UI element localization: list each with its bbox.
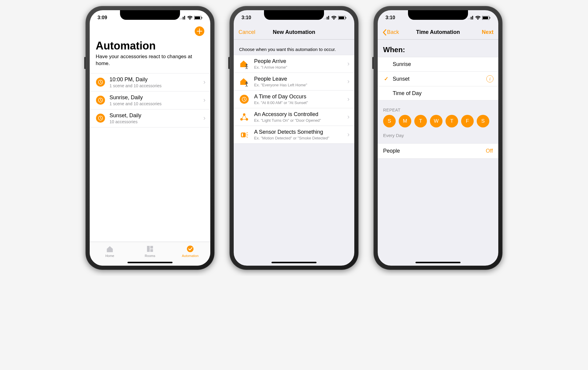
day-wed[interactable]: W — [430, 115, 442, 127]
day-mon[interactable]: M — [399, 115, 411, 127]
wifi-icon — [331, 16, 337, 20]
nav-bar: Cancel New Automation — [234, 25, 354, 40]
option-sunrise[interactable]: Sunrise — [378, 57, 498, 71]
chevron-right-icon: › — [347, 113, 350, 121]
nav-cancel-label: Cancel — [238, 29, 255, 35]
svg-rect-14 — [324, 18, 325, 19]
next-button[interactable]: Next — [472, 29, 494, 35]
svg-rect-12 — [150, 249, 153, 252]
clock-icon — [96, 114, 105, 123]
automation-title: 10:00 PM, Daily — [110, 76, 199, 83]
trigger-sub: Ex. "I Arrive Home" — [254, 65, 343, 70]
day-fri[interactable]: F — [461, 115, 474, 127]
trigger-sub: Ex. "At 8:00 AM" or "At Sunset" — [254, 100, 343, 105]
trigger-sub: Ex. "Light Turns On" or "Door Opened" — [254, 118, 343, 123]
phone-automation-list: 3:09 Automation Have your accessories re… — [86, 6, 214, 270]
clock-icon — [96, 78, 105, 87]
chevron-right-icon: › — [203, 114, 206, 122]
phone-time-automation: 3:10 Back Time Automation Next When: Sun… — [374, 6, 502, 270]
rooms-icon — [146, 245, 154, 253]
automation-row[interactable]: Sunrise, Daily 1 scene and 10 accessorie… — [90, 91, 210, 109]
repeat-summary: Every Day — [378, 132, 498, 143]
repeat-label: REPEAT — [378, 100, 498, 115]
tab-home[interactable]: Home — [90, 242, 130, 260]
status-icons — [324, 16, 346, 20]
trigger-title: People Leave — [254, 76, 343, 82]
tab-rooms[interactable]: Rooms — [130, 242, 170, 260]
svg-rect-2 — [183, 17, 184, 19]
house-leave-icon — [239, 76, 249, 87]
status-icons — [180, 16, 202, 20]
checkmark-icon: ✓ — [383, 76, 389, 82]
automation-row[interactable]: 10:00 PM, Daily 1 scene and 10 accessori… — [90, 73, 210, 91]
trigger-people-leave[interactable]: People Leave Ex. "Everyone Has Left Home… — [234, 73, 354, 90]
automation-row[interactable]: Sunset, Daily 10 accessories › — [90, 109, 210, 127]
trigger-title: A Time of Day Occurs — [254, 94, 343, 100]
nav-bar: Back Time Automation Next — [378, 25, 498, 40]
nodes-icon — [239, 112, 249, 122]
status-time: 3:10 — [242, 15, 251, 20]
info-button[interactable]: i — [486, 75, 494, 82]
automation-sub: 10 accessories — [110, 119, 199, 124]
svg-rect-30 — [469, 18, 470, 19]
svg-rect-5 — [195, 16, 200, 19]
nav-title: Time Automation — [416, 29, 460, 35]
svg-rect-34 — [483, 16, 488, 19]
chevron-right-icon: › — [203, 96, 206, 104]
option-time-of-day[interactable]: Time of Day — [378, 86, 498, 100]
add-button[interactable] — [195, 26, 204, 36]
plus-icon — [197, 28, 202, 34]
trigger-sub: Ex. "Motion Detected" or "Smoke Detected… — [254, 136, 343, 140]
sensor-icon — [239, 130, 249, 140]
tab-automation[interactable]: Automation — [170, 242, 210, 260]
home-indicator[interactable] — [416, 262, 460, 263]
trigger-accessory-controlled[interactable]: An Accessory is Controlled Ex. "Light Tu… — [234, 108, 354, 126]
cellular-icon — [468, 16, 474, 19]
people-label: People — [383, 148, 400, 154]
option-label: Time of Day — [393, 90, 494, 97]
day-thu[interactable]: T — [446, 115, 458, 127]
clock-icon — [240, 95, 249, 104]
tab-label: Automation — [182, 254, 199, 258]
people-row[interactable]: People Off — [378, 143, 498, 159]
trigger-sensor-detects[interactable]: A Sensor Detects Something Ex. "Motion D… — [234, 126, 354, 144]
chevron-left-icon — [382, 29, 386, 36]
status-time: 3:10 — [386, 15, 395, 20]
day-sat[interactable]: S — [477, 115, 489, 127]
svg-rect-28 — [242, 133, 243, 136]
option-sunset[interactable]: ✓ Sunset i — [378, 71, 498, 86]
house-arrive-icon — [239, 59, 249, 69]
automation-title: Sunset, Daily — [110, 112, 199, 119]
chevron-right-icon: › — [203, 78, 206, 86]
cancel-button[interactable]: Cancel — [238, 29, 260, 35]
home-icon — [106, 245, 114, 253]
svg-rect-3 — [184, 16, 185, 19]
svg-rect-6 — [202, 17, 202, 19]
cellular-icon — [180, 16, 186, 19]
people-value: Off — [486, 148, 493, 154]
home-indicator[interactable] — [272, 262, 316, 263]
automation-title: Sunrise, Daily — [110, 94, 199, 101]
svg-rect-16 — [327, 17, 328, 19]
svg-rect-1 — [181, 18, 182, 19]
option-label: Sunset — [393, 76, 483, 82]
home-indicator[interactable] — [128, 262, 172, 263]
battery-icon — [338, 16, 346, 20]
trigger-sub: Ex. "Everyone Has Left Home" — [254, 83, 343, 87]
day-tue[interactable]: T — [414, 115, 427, 127]
day-sun[interactable]: S — [383, 115, 396, 127]
clock-icon — [96, 96, 105, 105]
svg-rect-35 — [490, 17, 490, 19]
chevron-right-icon: › — [347, 131, 350, 139]
back-button[interactable]: Back — [382, 29, 404, 36]
automation-sub: 1 scene and 10 accessories — [110, 101, 199, 106]
svg-rect-11 — [150, 246, 153, 249]
status-icons — [468, 16, 490, 20]
when-header: When: — [378, 40, 498, 57]
section-prompt: Choose when you want this automation to … — [234, 40, 354, 55]
trigger-people-arrive[interactable]: People Arrive Ex. "I Arrive Home" › — [234, 55, 354, 73]
page-title: Automation — [90, 37, 210, 53]
trigger-time-of-day[interactable]: A Time of Day Occurs Ex. "At 8:00 AM" or… — [234, 90, 354, 108]
svg-rect-15 — [325, 18, 326, 19]
wifi-icon — [187, 16, 193, 20]
